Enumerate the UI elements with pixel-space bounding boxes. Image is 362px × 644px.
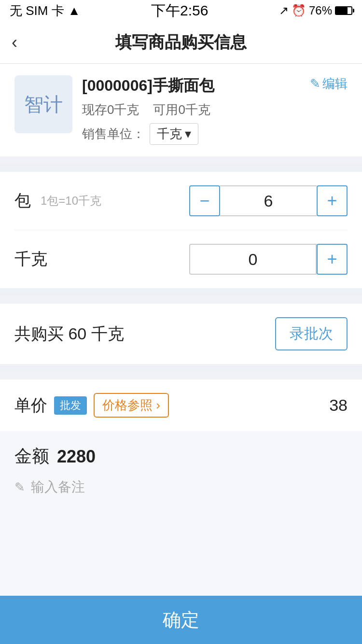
edit-icon: ✎ <box>310 76 320 91</box>
qianke-label: 千克 <box>14 248 47 270</box>
confirm-footer[interactable]: 确定 <box>0 596 362 644</box>
price-tag: 批发 <box>54 396 87 415</box>
chevron-down-icon: ▾ <box>185 126 191 141</box>
unit-value: 千克 <box>157 126 182 142</box>
stock-label: 现存0千克 <box>82 102 139 117</box>
amount-section: 金额 2280 ✎ 输入备注 <box>0 431 362 596</box>
product-unit-row: 销售单位： 千克 ▾ <box>82 123 348 145</box>
note-placeholder: 输入备注 <box>31 478 85 496</box>
page-title: 填写商品购买信息 <box>115 31 247 54</box>
bao-input[interactable] <box>220 185 317 216</box>
main-content: 智计 [0000006]手撕面包 ✎ 编辑 现存0千克 可用0千克 销售单位： … <box>0 64 362 596</box>
product-card: 智计 [0000006]手撕面包 ✎ 编辑 现存0千克 可用0千克 销售单位： … <box>0 64 362 156</box>
bao-increment-button[interactable]: + <box>317 185 348 216</box>
bao-row: 包 1包=10千克 − + <box>14 172 348 230</box>
edit-label: 编辑 <box>322 75 348 92</box>
alarm-icon: ⏰ <box>292 4 306 17</box>
edit-button[interactable]: ✎ 编辑 <box>310 75 348 92</box>
status-time: 下午2:56 <box>151 1 208 21</box>
amount-label: 金额 <box>14 445 49 468</box>
back-button[interactable]: ‹ <box>12 32 17 53</box>
status-bar: 无 SIM 卡 ▲ 下午2:56 ↗ ⏰ 76% <box>0 0 362 21</box>
unit-label: 销售单位： <box>82 126 145 142</box>
product-stock: 现存0千克 可用0千克 <box>82 101 348 118</box>
price-ref-button[interactable]: 价格参照 › <box>94 393 169 418</box>
price-value: 38 <box>329 396 348 415</box>
amount-row: 金额 2280 <box>14 445 348 468</box>
battery-icon <box>335 6 352 15</box>
bao-label: 包 <box>14 190 31 212</box>
stock-separator <box>143 102 150 117</box>
section-divider-2 <box>0 288 362 296</box>
price-section: 单价 批发 价格参照 › 38 <box>0 379 362 431</box>
bao-stepper: − + <box>189 185 348 216</box>
qianke-increment-button[interactable]: + <box>317 244 348 275</box>
product-name: [0000006]手撕面包 <box>82 75 214 97</box>
product-logo: 智计 <box>24 91 63 118</box>
bao-decrement-button[interactable]: − <box>189 185 220 216</box>
carrier-label: 无 SIM 卡 <box>10 2 64 19</box>
location-icon: ↗ <box>279 4 289 17</box>
status-right: ↗ ⏰ 76% <box>279 4 352 17</box>
status-left: 无 SIM 卡 ▲ <box>10 2 80 19</box>
bao-hint: 1包=10千克 <box>41 193 101 209</box>
price-label: 单价 <box>14 394 47 417</box>
product-info: [0000006]手撕面包 ✎ 编辑 现存0千克 可用0千克 销售单位： 千克 … <box>82 75 348 145</box>
qianke-row: 千克 + <box>14 230 348 288</box>
battery-percent: 76% <box>309 4 332 17</box>
amount-value: 2280 <box>57 447 96 467</box>
note-row[interactable]: ✎ 输入备注 <box>14 478 348 496</box>
nav-bar: ‹ 填写商品购买信息 <box>0 21 362 64</box>
wifi-icon: ▲ <box>68 3 81 18</box>
section-divider-1 <box>0 164 362 172</box>
unit-dropdown[interactable]: 千克 ▾ <box>150 123 198 145</box>
confirm-button[interactable]: 确定 <box>163 608 199 632</box>
product-image: 智计 <box>14 75 72 133</box>
qianke-stepper: + <box>189 244 348 275</box>
section-divider-3 <box>0 364 362 372</box>
available-label: 可用0千克 <box>153 102 210 117</box>
total-label: 共购买 60 千克 <box>14 323 124 345</box>
price-left: 单价 批发 价格参照 › <box>14 393 169 418</box>
batch-button[interactable]: 录批次 <box>275 317 348 350</box>
total-section: 共购买 60 千克 录批次 <box>0 304 362 364</box>
qianke-input[interactable] <box>189 244 317 275</box>
pencil-icon: ✎ <box>14 480 25 495</box>
input-section: 包 1包=10千克 − + 千克 + <box>0 172 362 288</box>
